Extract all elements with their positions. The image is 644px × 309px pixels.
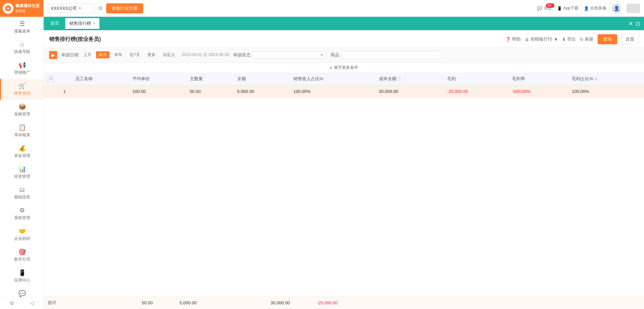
trial-button[interactable]: 体验行业方案 bbox=[106, 3, 143, 13]
th-settings[interactable]: ⚙ bbox=[44, 72, 58, 86]
sidebar-item-system[interactable]: ⚙ 系统管理 bbox=[0, 203, 43, 224]
sidebar-item-label: 基础信息 bbox=[14, 194, 30, 200]
row-settings-cell bbox=[44, 86, 58, 98]
app-download-btn[interactable]: 📱 App下载 bbox=[557, 5, 578, 11]
export-label: 导出 bbox=[567, 36, 576, 42]
print-arrow-icon: ▼ bbox=[554, 37, 558, 42]
sidebar-item-label: 资金管理 bbox=[14, 153, 30, 159]
tab-sales-ranking[interactable]: 销售排行榜 × bbox=[65, 18, 99, 29]
export-button[interactable]: ⬇ 导出 bbox=[562, 36, 576, 42]
filter-toggle-btn[interactable]: ▶ bbox=[49, 51, 57, 59]
sidebar-item-inventory[interactable]: 📋 库存核算 bbox=[0, 120, 43, 141]
sidebar-item-label: 采购管理 bbox=[14, 111, 30, 117]
finance-icon: 💰 bbox=[18, 145, 26, 152]
system-icon: ⚙ bbox=[19, 207, 25, 214]
close-tab-icon[interactable]: × bbox=[93, 21, 95, 26]
sidebar-item-search[interactable]: ☰ 搜索菜单 bbox=[0, 17, 43, 38]
sidebar-nav: ☰ 搜索菜单 ⌂ 快捷导航 📢 营销推广 🛒 销售管理 📦 采购管理 📋 库存核… bbox=[0, 17, 43, 297]
date-option-last-month[interactable]: 上月 bbox=[81, 51, 94, 58]
sidebar-item-label: 经营管理 bbox=[14, 174, 30, 179]
sidebar-item-basic[interactable]: 🗂 基础信息 bbox=[0, 183, 43, 203]
marketing-icon: 📢 bbox=[18, 61, 26, 69]
date-option-7days[interactable]: 近7天 bbox=[127, 51, 143, 58]
row-cost: 30,000.00 bbox=[375, 86, 443, 98]
sidebar-item-label: 库存核算 bbox=[14, 132, 30, 138]
query-button[interactable]: 查询 bbox=[598, 34, 617, 44]
user-name-area[interactable] bbox=[627, 4, 640, 13]
sidebar-item-purchase[interactable]: 📦 采购管理 bbox=[0, 100, 43, 120]
th-gross: 毛利 bbox=[443, 72, 508, 86]
status-filter-label: 单据状态 bbox=[233, 52, 251, 58]
refresh-icon: ↻ bbox=[580, 37, 584, 42]
sidebar-item-label: 企业协同 bbox=[14, 236, 30, 242]
operation-icon: 📊 bbox=[18, 165, 26, 173]
online-service-btn[interactable]: 👤 在线客服 bbox=[584, 5, 606, 11]
message-icon: 💬 bbox=[537, 6, 542, 11]
sidebar-item-finance[interactable]: 💰 资金管理 bbox=[0, 141, 43, 162]
company-selector[interactable]: XXXXXX公司 ▼ bbox=[48, 4, 95, 13]
sidebar-item-app-center[interactable]: 📱 应用中心 bbox=[0, 266, 43, 287]
expand-conditions-btn[interactable]: ∨ 展开更多条件 bbox=[44, 63, 644, 72]
sidebar-item-label: 营销推广 bbox=[14, 70, 30, 75]
date-option-custom[interactable]: 自定义 bbox=[160, 51, 178, 58]
avatar-icon: 👤 bbox=[614, 6, 619, 11]
sidebar-footer: ⚙ ◁ bbox=[0, 297, 43, 309]
row-employee bbox=[71, 86, 128, 98]
company-name: XXXXXX公司 bbox=[51, 5, 77, 11]
row-gross-rate: -500.00% bbox=[508, 86, 568, 98]
basic-icon: 🗂 bbox=[19, 186, 25, 193]
sidebar-item-guide[interactable]: 🎯 新手引导 bbox=[0, 245, 43, 266]
close-window-icon[interactable]: ✕ bbox=[629, 20, 633, 27]
topbar: XXXXXX公司 ▼ ⚙ 体验行业方案 💬 消息 99+ 📱 App下载 👤 在… bbox=[44, 0, 644, 17]
user-avatar[interactable]: 👤 bbox=[612, 4, 621, 13]
footer-label: 合计 bbox=[48, 300, 75, 306]
main-content: XXXXXX公司 ▼ ⚙ 体验行业方案 💬 消息 99+ 📱 App下载 👤 在… bbox=[44, 0, 644, 309]
th-employee: 员工名称 bbox=[71, 72, 128, 86]
sidebar-settings-btn[interactable]: ⚙ bbox=[9, 300, 14, 306]
sidebar-item-sales[interactable]: 🛒 销售管理 bbox=[0, 79, 43, 100]
settings-button[interactable]: 设置 bbox=[621, 34, 639, 44]
sidebar-item-enterprise-collab[interactable]: 🤝 企业协同 bbox=[0, 224, 43, 245]
sidebar-item-label: 销售管理 bbox=[14, 91, 30, 96]
sidebar-logo: 畅康通好生意 标准版 bbox=[0, 0, 43, 17]
messages-btn[interactable]: 💬 消息 99+ bbox=[537, 5, 552, 11]
template-print-label: 按模板打印 bbox=[530, 36, 552, 42]
status-select[interactable]: ▼ bbox=[253, 51, 327, 58]
topbar-settings-icon[interactable]: ⚙ bbox=[98, 5, 103, 11]
app-download-label: App下载 bbox=[563, 5, 578, 11]
tab-home[interactable]: 首页 bbox=[45, 17, 65, 30]
guide-icon: 🎯 bbox=[18, 248, 26, 256]
sales-icon: 🛒 bbox=[18, 82, 26, 90]
sidebar-item-enterprise-wechat[interactable]: 💬 企业微信 bbox=[0, 287, 43, 297]
help-button[interactable]: ❓ 帮助 bbox=[505, 36, 521, 42]
template-print-button[interactable]: 🖨 按模板打印 ▼ bbox=[525, 36, 558, 42]
column-settings-icon[interactable]: ⚙ bbox=[48, 76, 54, 82]
sidebar-item-marketing[interactable]: 📢 营销推广 bbox=[0, 58, 43, 79]
date-option-this-year[interactable]: 本年 bbox=[112, 51, 125, 58]
sidebar-item-operation[interactable]: 📊 经营管理 bbox=[0, 162, 43, 183]
maximize-icon[interactable]: ⊡ bbox=[636, 20, 640, 27]
status-filter-group: 单据状态 ▼ bbox=[233, 51, 327, 58]
date-filter-label: 单据日期 bbox=[61, 52, 79, 58]
date-option-this-month[interactable]: 本月 bbox=[96, 51, 110, 58]
th-amount: 全额 bbox=[233, 72, 289, 86]
home-icon: ⌂ bbox=[20, 41, 24, 48]
sidebar-item-label: 快捷导航 bbox=[14, 49, 30, 55]
goods-filter-group: 商品 ··· bbox=[331, 51, 442, 59]
purchase-icon: 📦 bbox=[18, 103, 26, 110]
expand-label: 展开更多条件 bbox=[334, 65, 358, 70]
sidebar-collapse-btn[interactable]: ◁ bbox=[30, 300, 34, 306]
logo-sub: 标准版 bbox=[15, 9, 40, 13]
tab-label: 销售排行榜 bbox=[69, 20, 91, 27]
help-icon: ❓ bbox=[505, 37, 511, 42]
goods-input[interactable]: ··· bbox=[341, 51, 442, 59]
ranking-table: ⚙ 员工名称 平均单价 主数量 全额 销售收入占比% 成本全额 ⓘ 毛利 bbox=[44, 72, 644, 98]
th-gross-rate: 毛利率 bbox=[508, 72, 568, 86]
sidebar-item-label: 搜索菜单 bbox=[14, 29, 30, 34]
data-table-wrapper: ⚙ 员工名称 平均单价 主数量 全额 销售收入占比% 成本全额 ⓘ 毛利 bbox=[44, 72, 644, 296]
page-actions: ❓ 帮助 🖨 按模板打印 ▼ ⬇ 导出 ↻ 刷新 bbox=[505, 34, 639, 44]
row-gross-pct: 100.00% bbox=[568, 86, 644, 98]
date-option-more[interactable]: 更多 bbox=[145, 51, 158, 58]
sidebar-item-quick-nav[interactable]: ⌂ 快捷导航 bbox=[0, 38, 43, 58]
refresh-button[interactable]: ↻ 刷新 bbox=[580, 36, 594, 42]
